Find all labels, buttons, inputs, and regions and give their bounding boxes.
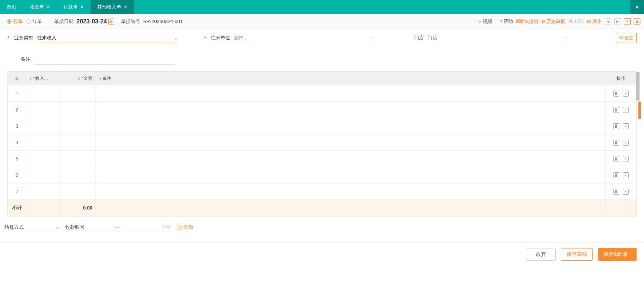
tab-home[interactable]: 首页 (0, 0, 23, 14)
doc-date-value[interactable]: 2023-03-24 (76, 18, 107, 25)
field-business-type: *业务类型 ⌄ (7, 33, 178, 43)
help-link[interactable]: ? 帮助 (500, 18, 513, 25)
doc-type-radio-group: 蓝单 红单 (4, 17, 49, 26)
settlement-account[interactable]: 收款账号 ⋯ (65, 223, 120, 231)
doc-no-value: SR-20230324-001 (143, 19, 183, 24)
app-tab-bar: 首页 收款单✕ 付款单✕ 其他收入单✕ ✕ (0, 0, 644, 14)
delete-row-icon[interactable]: 🗑 (613, 189, 619, 195)
close-icon[interactable]: ✕ (46, 4, 50, 10)
sort-icon[interactable]: ▲▼ (29, 77, 32, 81)
items-table: ⚙ ▲▼*收入... ▲▼*金额 ▲▼备注 操作 1🗑﹢2🗑﹢3🗑﹢4🗑﹢5🗑﹢… (8, 72, 636, 216)
chevron-up-icon: ˄ (630, 253, 631, 257)
print-link[interactable]: 🖶 打印 (568, 18, 584, 25)
add-settlement-button[interactable]: +添加 (177, 224, 193, 231)
items-table-wrap: ⚙ ▲▼*收入... ▲▼*金额 ▲▼备注 操作 1🗑﹢2🗑﹢3🗑﹢4🗑﹢5🗑﹢… (7, 71, 637, 217)
add-row-icon[interactable]: ﹢ (623, 123, 629, 129)
field-store: 门店 ⋯ (401, 33, 569, 43)
table-row[interactable]: 6🗑﹢ (8, 167, 636, 183)
add-row-icon[interactable]: ﹢ (623, 156, 629, 162)
calendar-icon[interactable]: ▦ (108, 19, 114, 25)
close-all-button[interactable]: ✕ (630, 0, 644, 14)
radio-blue-doc[interactable]: 蓝单 (7, 18, 23, 25)
add-row-icon[interactable]: ﹢ (623, 140, 629, 146)
table-row[interactable]: 3🗑﹢ (8, 118, 636, 134)
table-row[interactable]: 1🗑﹢ (8, 85, 636, 102)
store-input[interactable] (428, 35, 569, 40)
discard-button[interactable]: 放弃 (526, 248, 556, 261)
more-icon[interactable]: ⋯ (563, 35, 569, 41)
table-row[interactable]: 4🗑﹢ (8, 134, 636, 151)
save-draft-button[interactable]: 保存草稿 (561, 248, 593, 261)
settlement-row: 结算方式 ⌄ 收款账号 ⋯ 全额 +添加 (0, 217, 644, 235)
add-row-icon[interactable]: ﹢ (623, 189, 629, 195)
doc-toolbar: ▷ 视频 | ? 帮助 ⌨ 快捷键 ⧉ 历史单据 🖶 打印 ⊞ 操作 ◀ ▶ ≡… (478, 18, 640, 25)
delete-row-icon[interactable]: 🗑 (613, 140, 619, 146)
doc-no-label: 单据编号 (121, 18, 140, 25)
settlement-method[interactable]: 结算方式 ⌄ (4, 223, 59, 231)
radio-red-doc[interactable]: 红单 (26, 18, 42, 25)
footer-bar: 放弃 保存草稿 保存&新增˄ (0, 243, 644, 266)
delete-row-icon[interactable]: 🗑 (613, 107, 619, 113)
sort-icon[interactable]: ▲▼ (77, 77, 80, 81)
doc-header: 蓝单 红单 单据日期 2023-03-24 ▦ 单据编号 SR-20230324… (0, 14, 644, 29)
settlement-amount[interactable]: 全额 (126, 223, 171, 231)
subtotal-row: 小计 0.00 (8, 200, 636, 216)
delete-row-icon[interactable]: 🗑 (613, 156, 619, 162)
history-link[interactable]: ⧉ 历史单据 (542, 18, 565, 25)
table-row[interactable]: 5🗑﹢ (8, 151, 636, 167)
gear-icon[interactable]: ⚙ (15, 76, 19, 81)
table-row[interactable]: 2🗑﹢ (8, 102, 636, 118)
gear-icon: ⚙ (619, 35, 623, 40)
close-icon[interactable]: ✕ (124, 4, 127, 10)
doc-date-label: 单据日期 (54, 18, 73, 25)
partner-input[interactable] (234, 35, 375, 40)
chevron-down-icon[interactable]: ⌄ (55, 224, 59, 230)
tab-payment[interactable]: 付款单✕ (57, 0, 91, 14)
settings-button[interactable]: ⚙设置 (616, 33, 637, 43)
delete-row-icon[interactable]: 🗑 (613, 172, 619, 178)
prev-doc-icon[interactable]: ◀ (605, 18, 611, 25)
scrollbar[interactable] (636, 72, 640, 101)
add-row-icon[interactable]: ﹢ (623, 172, 629, 178)
field-remark: 备注 (7, 54, 637, 65)
add-row-icon[interactable]: ﹢ (623, 91, 629, 97)
shortcut-link[interactable]: ⌨ 快捷键 (516, 18, 539, 25)
remark-input[interactable] (34, 56, 175, 62)
plus-icon: + (177, 225, 182, 230)
business-type-input[interactable] (37, 35, 178, 40)
delete-row-icon[interactable]: 🗑 (613, 91, 619, 97)
close-icon[interactable]: ✕ (80, 4, 84, 10)
layout-compact-icon[interactable]: ≡ (624, 18, 631, 25)
delete-row-icon[interactable]: 🗑 (613, 123, 619, 129)
tab-receipt[interactable]: 收款单✕ (23, 0, 57, 14)
table-row[interactable]: 7🗑﹢ (8, 183, 636, 200)
more-icon[interactable]: ⋯ (115, 224, 120, 230)
save-and-new-button[interactable]: 保存&新增˄ (598, 248, 637, 261)
more-icon[interactable]: ⋯ (370, 35, 375, 41)
layout-list-icon[interactable]: ☰ (634, 18, 640, 25)
form-area: *业务类型 ⌄ *往来单位 ⋯ 门店 ⋯ ⚙设置 备注 (0, 29, 644, 66)
chevron-down-icon[interactable]: ⌄ (174, 35, 178, 41)
add-row-icon[interactable]: ﹢ (623, 107, 629, 113)
video-link[interactable]: ▷ 视频 (478, 18, 492, 25)
scrollbar-accent[interactable] (638, 101, 641, 119)
tab-other-income[interactable]: 其他收入单✕ (91, 0, 134, 14)
field-partner: *往来单位 ⋯ (204, 33, 375, 43)
sort-icon[interactable]: ▲▼ (99, 77, 102, 81)
next-doc-icon[interactable]: ▶ (614, 18, 621, 25)
operate-link[interactable]: ⊞ 操作 (587, 18, 602, 25)
